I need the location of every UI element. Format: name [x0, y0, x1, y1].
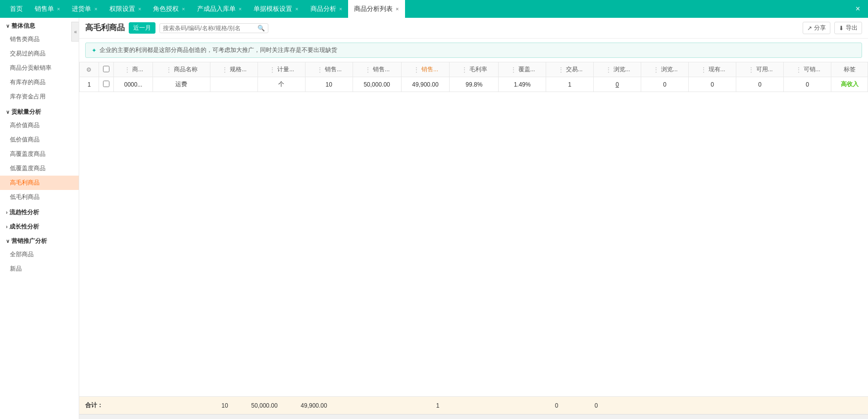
nav-roles[interactable]: 角色授权 ×: [147, 0, 191, 18]
col-tag[interactable]: 标签: [831, 62, 868, 77]
cell-name: 运费: [153, 77, 210, 92]
date-filter-last-month[interactable]: 近一月: [129, 22, 155, 34]
col-code[interactable]: ⋮商...: [113, 62, 153, 77]
nav-permissions-close[interactable]: ×: [138, 6, 141, 12]
cell-checkbox[interactable]: [99, 77, 113, 92]
share-icon: ↗: [807, 25, 812, 32]
cell-stock1: 0: [689, 77, 736, 92]
col-checkbox[interactable]: [99, 62, 113, 77]
sidebar-item-stock-capital[interactable]: 库存资金占用: [0, 90, 79, 104]
sidebar-group-growth[interactable]: › 成长性分析: [0, 219, 79, 233]
sidebar-item-in-stock[interactable]: 有库存的商品: [0, 75, 79, 90]
cell-sales-qty: 10: [305, 77, 353, 92]
sidebar-item-traded-goods[interactable]: 交易过的商品: [0, 47, 79, 61]
sidebar-item-sales-goods[interactable]: 销售类商品: [0, 32, 79, 47]
arrow-right-icon: ›: [6, 210, 7, 215]
arrow-right-icon-2: ›: [6, 224, 7, 230]
nav-template[interactable]: 单据模板设置 ×: [248, 0, 304, 18]
col-sales-cost[interactable]: ⋮销售...: [401, 62, 450, 77]
col-gross-rate[interactable]: ⋮毛利率: [450, 62, 499, 77]
cell-coverage: 1.49%: [499, 77, 546, 92]
cell-stock2: 0: [736, 77, 784, 92]
nav-product-in-close[interactable]: ×: [239, 6, 242, 12]
row-checkbox[interactable]: [103, 81, 109, 87]
nav-sales[interactable]: 销售单 ×: [29, 0, 66, 18]
cell-view1[interactable]: 0: [594, 77, 641, 92]
nav-purchase[interactable]: 进货单 ×: [66, 0, 103, 18]
footer-cell-transaction-val: 1: [418, 402, 458, 409]
footer-label: 合计：: [85, 401, 103, 410]
col-gear[interactable]: ⚙: [80, 62, 99, 77]
table-row: 1 0000... 运费 个 10 50,000.00 49,900.00 99…: [80, 77, 868, 92]
view1-link[interactable]: 0: [615, 81, 619, 88]
nav-home[interactable]: 首页: [4, 0, 29, 18]
horizontal-scrollbar[interactable]: [79, 414, 868, 419]
data-table: ⚙ ⋮商... ⋮商品名称 ⋮规格...: [79, 62, 868, 92]
footer-cell-amt-val: 50,000.00: [240, 402, 289, 409]
nav-roles-close[interactable]: ×: [182, 6, 185, 12]
sidebar-group-contribution[interactable]: ∨ 贡献量分析: [0, 104, 79, 118]
sidebar-item-new-goods[interactable]: 新品: [0, 262, 79, 276]
nav-template-close[interactable]: ×: [295, 6, 298, 12]
cell-stock3: 0: [784, 77, 831, 92]
arrow-down-icon-3: ∨: [6, 238, 9, 244]
nav-goods-analysis-close[interactable]: ×: [339, 6, 342, 12]
sidebar: « ∨ 整体信息 销售类商品 交易过的商品 商品分贡献销率 有库存的商品 库存资…: [0, 18, 79, 419]
content-area: 高毛利商品 近一月 🔍 ↗ 分享 ⬇ 导出 ✦ 企业的主要的利润都是这部分商品创…: [79, 18, 868, 419]
footer-cell-cost-val: 49,900.00: [289, 402, 339, 409]
arrow-down-icon: ∨: [6, 23, 9, 29]
column-settings-icon[interactable]: ⚙: [86, 66, 92, 73]
col-stock3[interactable]: ⋮可销...: [784, 62, 831, 77]
col-sales-qty[interactable]: ⋮销售...: [305, 62, 353, 77]
nav-purchase-close[interactable]: ×: [94, 6, 97, 12]
export-button[interactable]: ⬇ 导出: [834, 22, 862, 34]
nav-product-in[interactable]: 产成品入库单 ×: [191, 0, 248, 18]
col-stock2[interactable]: ⋮可用...: [736, 62, 784, 77]
col-view1[interactable]: ⋮浏览...: [594, 62, 641, 77]
nav-goods-analysis-list-close[interactable]: ×: [396, 6, 399, 12]
footer-cells: 10 50,000.00 49,900.00 1 0 0: [111, 402, 616, 409]
sidebar-group-overall[interactable]: ∨ 整体信息: [0, 18, 79, 32]
nav-permissions[interactable]: 权限设置 ×: [103, 0, 147, 18]
footer-cell-sales-qty: [111, 402, 210, 409]
col-sales-amt[interactable]: ⋮销售...: [353, 62, 401, 77]
col-coverage[interactable]: ⋮覆盖...: [499, 62, 546, 77]
sidebar-item-low-margin[interactable]: 低毛利商品: [0, 190, 79, 204]
sidebar-item-contribution-rate[interactable]: 商品分贡献销率: [0, 61, 79, 75]
sidebar-item-high-margin[interactable]: 高毛利商品: [0, 176, 79, 190]
nav-goods-analysis-list[interactable]: 商品分析列表 ×: [348, 0, 405, 18]
sidebar-collapse-button[interactable]: «: [71, 22, 79, 42]
footer-cell-coverage: [378, 402, 418, 409]
top-nav: 首页 销售单 × 进货单 × 权限设置 × 角色授权 × 产成品入库单 × 单据…: [0, 0, 868, 18]
nav-goods-analysis[interactable]: 商品分析 ×: [305, 0, 348, 18]
footer-cell-view2: [497, 402, 537, 409]
cell-tag: 高收入: [831, 77, 868, 92]
col-spec[interactable]: ⋮规格...: [210, 62, 257, 77]
sidebar-group-trend[interactable]: › 流趋性分析: [0, 204, 79, 219]
sidebar-item-low-coverage[interactable]: 低覆盖度商品: [0, 161, 79, 176]
info-icon: ✦: [92, 47, 97, 54]
cell-transaction: 1: [546, 77, 594, 92]
cell-sales-amt: 50,000.00: [353, 77, 401, 92]
col-view2[interactable]: ⋮浏览...: [641, 62, 689, 77]
close-all-button[interactable]: ×: [852, 4, 864, 13]
sidebar-item-high-coverage[interactable]: 高覆盖度商品: [0, 147, 79, 161]
col-stock1[interactable]: ⋮现有...: [689, 62, 736, 77]
col-name[interactable]: ⋮商品名称: [153, 62, 210, 77]
col-unit[interactable]: ⋮计量...: [257, 62, 305, 77]
sidebar-item-all-goods[interactable]: 全部商品: [0, 247, 79, 262]
sidebar-group-marketing[interactable]: ∨ 营销推广分析: [0, 233, 79, 247]
select-all-checkbox[interactable]: [103, 66, 109, 72]
footer-cell-view: [458, 402, 497, 409]
search-icon[interactable]: 🔍: [257, 25, 265, 32]
nav-sales-close[interactable]: ×: [57, 6, 60, 12]
cell-unit: 个: [257, 77, 305, 92]
share-button[interactable]: ↗ 分享: [803, 22, 830, 34]
sidebar-item-low-value[interactable]: 低价值商品: [0, 133, 79, 147]
sidebar-item-high-value[interactable]: 高价值商品: [0, 118, 79, 133]
table-wrap: ⚙ ⋮商... ⋮商品名称 ⋮规格...: [79, 62, 868, 396]
arrow-down-icon-2: ∨: [6, 109, 9, 115]
content-header: 高毛利商品 近一月 🔍 ↗ 分享 ⬇ 导出: [79, 18, 868, 39]
search-input[interactable]: [163, 25, 257, 32]
col-transaction[interactable]: ⋮交易...: [546, 62, 594, 77]
